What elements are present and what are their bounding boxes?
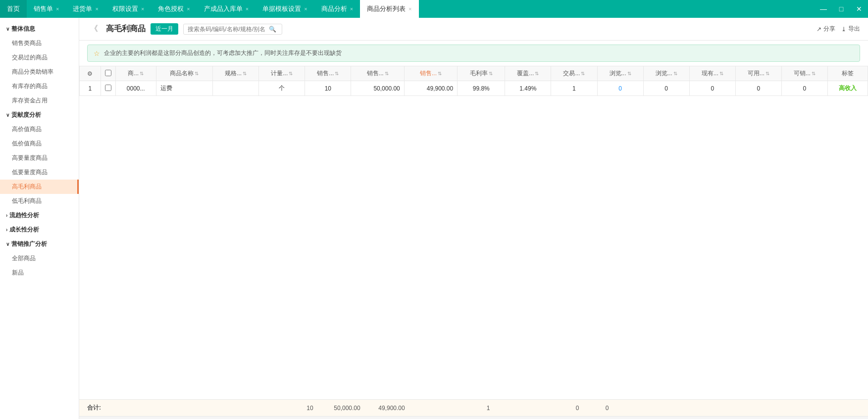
sidebar-group-trend[interactable]: › 流趋性分析 [0, 208, 79, 223]
cell-num: 1 [80, 81, 101, 96]
sidebar-item-low-freq[interactable]: 低要量度商品 [0, 165, 79, 180]
footer-transaction: 1 [473, 405, 503, 412]
nav-product-analysis-list[interactable]: 商品分析列表 × [360, 0, 418, 18]
arrow-icon: ∨ [6, 241, 9, 247]
cell-gross-margin: 99.8% [458, 81, 505, 96]
cell-name: 运费 [156, 81, 212, 96]
col-tag: 标签 [827, 66, 868, 81]
select-all-checkbox[interactable] [105, 70, 111, 76]
sidebar-group-growth[interactable]: › 成长性分析 [0, 223, 79, 237]
col-gross-margin[interactable]: 毛利率⇅ [458, 66, 505, 81]
col-sales-qty[interactable]: 销售...⇅ [305, 66, 351, 81]
sidebar-item-high-freq[interactable]: 高要量度商品 [0, 151, 79, 165]
nav-product-analysis-close[interactable]: × [350, 6, 353, 12]
footer-available: 0 [592, 405, 622, 412]
col-settings[interactable]: ⚙ [80, 66, 101, 81]
sidebar-item-category-assist-rate[interactable]: 商品分类助销率 [0, 65, 79, 79]
sidebar-group-contribution[interactable]: ∨ 贡献度分析 [0, 108, 79, 122]
sidebar-item-high-value[interactable]: 高价值商品 [0, 122, 79, 137]
cell-current-stock: 0 [689, 81, 735, 96]
page-title: 高毛利商品 [106, 24, 146, 34]
search-input[interactable] [188, 26, 267, 33]
cell-sales-qty: 10 [305, 81, 351, 96]
search-icon[interactable]: 🔍 [269, 26, 276, 33]
footer-current-stock: 0 [562, 405, 592, 412]
footer-sales-qty: 10 [295, 405, 325, 412]
nav-product-analysis-list-close[interactable]: × [408, 6, 411, 12]
nav-template-settings[interactable]: 单据模板设置 × [255, 0, 314, 18]
nav-template-settings-close[interactable]: × [304, 6, 307, 12]
time-filter-button[interactable]: 近一月 [151, 23, 178, 35]
col-view1[interactable]: 浏览...⇅ [597, 66, 643, 81]
footer-total: 合计: 10 50,000.00 49,900.00 1 [79, 399, 868, 416]
nav-purchase-order-close[interactable]: × [95, 6, 98, 12]
sidebar-item-all-goods[interactable]: 全部商品 [0, 251, 79, 266]
footer-sales-amount: 50,000.00 [325, 405, 369, 412]
horizontal-scrollbar[interactable] [79, 416, 868, 419]
nav-product-inbound[interactable]: 产成品入库单 × [197, 0, 255, 18]
nav-product-analysis[interactable]: 商品分析 × [314, 0, 360, 18]
footer-sales-profit: 49,900.00 [369, 405, 414, 412]
col-saleable[interactable]: 可销...⇅ [781, 66, 827, 81]
data-table: ⚙ 商...⇅ 商品名称⇅ 规格...⇅ 计量...⇅ 销售...⇅ 销售...… [79, 66, 868, 96]
col-unit[interactable]: 计量...⇅ [259, 66, 305, 81]
cell-view2: 0 [643, 81, 689, 96]
cell-unit: 个 [259, 81, 305, 96]
nav-sales-order[interactable]: 销售单 × [27, 0, 66, 18]
sidebar-item-inventory-funds[interactable]: 库存资金占用 [0, 93, 79, 108]
cell-view1[interactable]: 0 [597, 81, 643, 96]
col-current-stock[interactable]: 现有...⇅ [689, 66, 735, 81]
toggle-sidebar-button[interactable]: 《 [87, 23, 101, 35]
share-button[interactable]: ↗ 分享 [817, 25, 835, 33]
content-header: 《 高毛利商品 近一月 🔍 ↗ 分享 ⤓ 导出 [79, 18, 868, 41]
footer-label: 合计: [87, 404, 117, 412]
col-coverage[interactable]: 覆盖...⇅ [505, 66, 551, 81]
nav-role-auth[interactable]: 角色授权 × [151, 0, 197, 18]
arrow-icon: ∨ [6, 112, 9, 118]
sidebar-item-new-goods[interactable]: 新品 [0, 266, 79, 280]
arrow-icon: › [6, 227, 7, 233]
nav-permission-settings-close[interactable]: × [141, 6, 144, 12]
sidebar-item-stocked-goods[interactable]: 有库存的商品 [0, 79, 79, 93]
search-box: 🔍 [183, 24, 282, 35]
sidebar-item-low-margin[interactable]: 低毛利商品 [0, 194, 79, 208]
sidebar-item-traded-goods[interactable]: 交易过的商品 [0, 50, 79, 65]
nav-sales-order-close[interactable]: × [56, 6, 59, 12]
export-button[interactable]: ⤓ 导出 [841, 25, 860, 33]
arrow-icon: ∨ [6, 26, 9, 32]
col-code[interactable]: 商...⇅ [115, 66, 156, 81]
sidebar-item-high-margin[interactable]: 高毛利商品 [0, 180, 79, 194]
header-actions: ↗ 分享 ⤓ 导出 [817, 25, 860, 33]
col-checkbox[interactable] [101, 66, 115, 81]
top-navigation: 首页 销售单 × 进货单 × 权限设置 × 角色授权 × 产成品入库单 × 单据… [0, 0, 868, 18]
col-view2[interactable]: 浏览...⇅ [643, 66, 689, 81]
nav-home[interactable]: 首页 [0, 0, 27, 18]
table-wrapper: ⚙ 商...⇅ 商品名称⇅ 规格...⇅ 计量...⇅ 销售...⇅ 销售...… [79, 66, 868, 399]
window-close-button[interactable]: ✕ [850, 0, 868, 18]
arrow-icon: › [6, 213, 7, 218]
col-transaction[interactable]: 交易...⇅ [551, 66, 597, 81]
col-available[interactable]: 可用...⇅ [735, 66, 781, 81]
col-sales-profit[interactable]: 销售...⇅ [404, 66, 457, 81]
window-controls: — □ ✕ [815, 0, 868, 18]
col-spec[interactable]: 规格...⇅ [213, 66, 259, 81]
nav-permission-settings[interactable]: 权限设置 × [105, 0, 151, 18]
cell-transaction: 1 [551, 81, 597, 96]
footer-cells: 10 50,000.00 49,900.00 1 0 0 [117, 405, 860, 412]
nav-purchase-order[interactable]: 进货单 × [66, 0, 105, 18]
col-name[interactable]: 商品名称⇅ [156, 66, 212, 81]
col-sales-amount[interactable]: 销售...⇅ [351, 66, 404, 81]
sidebar-group-overall[interactable]: ∨ 整体信息 [0, 22, 79, 36]
sidebar-group-marketing[interactable]: ∨ 营销推广分析 [0, 237, 79, 251]
table-row: 1 0000... 运费 个 10 50,000.00 49,900.00 99… [80, 81, 868, 96]
sidebar-item-sales-goods[interactable]: 销售类商品 [0, 36, 79, 50]
nav-role-auth-close[interactable]: × [187, 6, 190, 12]
cell-checkbox[interactable] [101, 81, 115, 96]
cell-coverage: 1.49% [505, 81, 551, 96]
cell-spec [213, 81, 259, 96]
nav-product-inbound-close[interactable]: × [246, 6, 249, 12]
table-header-row: ⚙ 商...⇅ 商品名称⇅ 规格...⇅ 计量...⇅ 销售...⇅ 销售...… [80, 66, 868, 81]
sidebar-item-low-value[interactable]: 低价值商品 [0, 137, 79, 151]
minimize-button[interactable]: — [815, 0, 832, 18]
maximize-button[interactable]: □ [832, 0, 850, 18]
